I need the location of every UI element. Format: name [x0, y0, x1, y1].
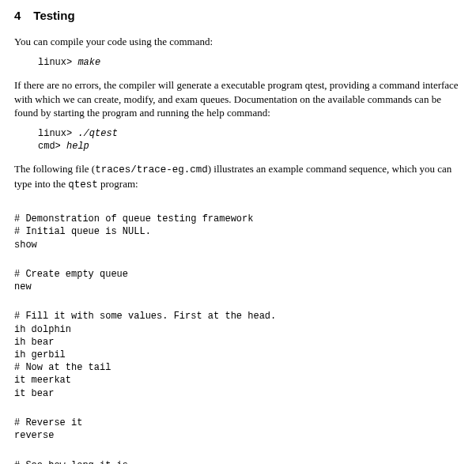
- paragraph-2: If there are no errors, the compiler wil…: [14, 78, 462, 120]
- section-title: Testing: [33, 9, 74, 22]
- code-block-qtest-help: linux> ./qtest cmd> help: [38, 128, 462, 153]
- trace-command: new: [14, 281, 32, 292]
- trace-comment: # Initial queue is NULL.: [14, 226, 151, 237]
- trace-comment: # Demonstration of queue testing framewo…: [14, 213, 253, 224]
- section-heading: 4Testing: [14, 8, 462, 24]
- para3-text-a: The following file (: [14, 163, 95, 175]
- trace-comment: # Fill it with some values. First at the…: [14, 311, 276, 322]
- section-number: 4: [14, 8, 21, 24]
- trace-group-3: # Fill it with some values. First at the…: [14, 310, 462, 399]
- shell-prompt: linux>: [38, 128, 77, 139]
- trace-comment: # Create empty queue: [14, 269, 128, 280]
- shell-command: make: [77, 57, 100, 68]
- trace-command: show: [14, 240, 37, 251]
- trace-command: it meerkat: [14, 375, 71, 386]
- trace-comment: # See how long it is: [14, 460, 128, 464]
- trace-command: ih bear: [14, 337, 54, 348]
- para3-program: qtest: [68, 179, 98, 191]
- shell-command: ./qtest: [77, 128, 117, 139]
- cmd-command: help: [66, 141, 89, 152]
- trace-group-5: # See how long it is size: [14, 459, 462, 464]
- shell-prompt: linux>: [38, 57, 77, 68]
- paragraph-3: The following file (traces/trace-eg.cmd)…: [14, 162, 462, 192]
- trace-command: ih dolphin: [14, 324, 71, 335]
- code-block-make: linux> make: [38, 57, 462, 70]
- trace-group-4: # Reverse it reverse: [14, 417, 462, 442]
- paragraph-1: You can compile your code using the comm…: [14, 35, 462, 49]
- trace-code-block: # Demonstration of queue testing framewo…: [14, 200, 462, 464]
- trace-command: ih gerbil: [14, 349, 66, 360]
- trace-group-1: # Demonstration of queue testing framewo…: [14, 213, 462, 251]
- para3-filename: traces/trace-eg.cmd: [95, 164, 208, 175]
- trace-comment: # Reverse it: [14, 417, 82, 428]
- trace-command: reverse: [14, 430, 54, 441]
- cmd-prompt: cmd>: [38, 141, 66, 152]
- trace-group-2: # Create empty queue new: [14, 268, 462, 293]
- trace-command: it bear: [14, 388, 54, 399]
- trace-comment: # Now at the tail: [14, 362, 111, 373]
- para3-text-c: program:: [98, 178, 138, 190]
